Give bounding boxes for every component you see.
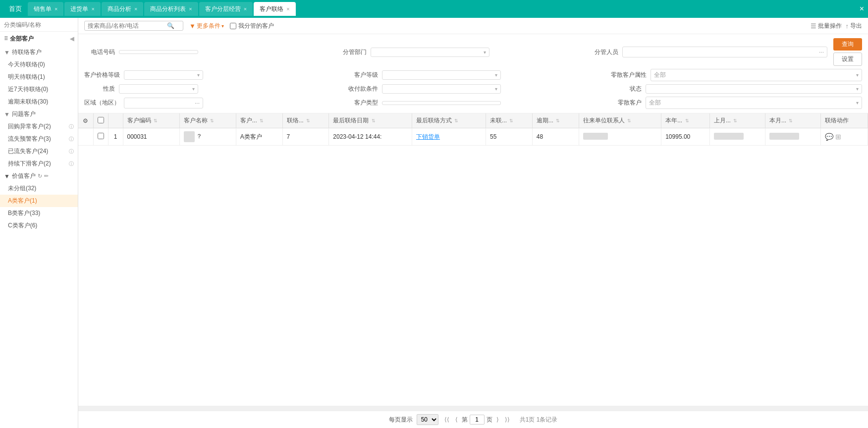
td-last-method[interactable]: 下销货单 (412, 128, 486, 146)
sort-this-year-icon[interactable]: ⇅ (685, 118, 689, 123)
all-customers-collapse-icon[interactable]: ◀ (70, 36, 74, 42)
sidebar-item-overdue[interactable]: 逾期未联络(30) (0, 96, 78, 108)
per-page-select[interactable]: 50 (417, 414, 438, 425)
filter-retail-attr-select[interactable]: 全部 ▾ (651, 69, 862, 81)
filter-price-level-select[interactable]: ▾ (124, 70, 203, 80)
table-area: ⚙ 客户编码 ⇅ 客户名称 ⇅ (78, 113, 868, 406)
filter-manager-select[interactable]: ··· (622, 47, 827, 57)
filter-manager: 分管人员 ··· (588, 47, 827, 57)
close-tab-customer-contact[interactable]: × (286, 6, 289, 12)
sort-last-method-icon[interactable]: ⇅ (454, 118, 458, 123)
last-page-btn[interactable]: ⟩⟩ (503, 416, 512, 423)
sidebar-all-customers[interactable]: ⠿ 全部客户 ◀ (0, 32, 78, 46)
filter-retail-select[interactable]: 全部 ▾ (646, 97, 862, 109)
sidebar-item-c-class[interactable]: C类客户(6) (0, 219, 78, 232)
filter-retail-attr-label: 零散客户属性 (611, 71, 651, 79)
sort-contact-icon[interactable]: ⇅ (306, 118, 310, 123)
nav-home[interactable]: 首页 (4, 4, 27, 13)
th-gear[interactable]: ⚙ (78, 113, 93, 128)
settings-btn[interactable]: 设置 (833, 53, 862, 66)
export-btn[interactable]: ↑ 导出 (846, 22, 863, 30)
tab-customer-contact[interactable]: 客户联络 × (254, 2, 295, 16)
close-tab-analysis[interactable]: × (134, 6, 137, 12)
value-group-arrow[interactable]: ▼ (4, 173, 10, 180)
sidebar-item-a-class[interactable]: A类客户(1) (0, 195, 78, 207)
sidebar-item-declining[interactable]: 持续下滑客户(2) ⓘ (0, 158, 78, 170)
filter-customer-type-select[interactable] (382, 101, 501, 105)
td-gear (78, 128, 93, 146)
filter-nature-select[interactable]: ▾ (119, 84, 198, 94)
filter-customer-level-select[interactable]: ▾ (382, 70, 501, 80)
sort-type-icon[interactable]: ⇅ (260, 118, 264, 123)
row-checkbox[interactable] (98, 133, 104, 139)
next-page-btn[interactable]: ⟩ (494, 416, 501, 423)
sidebar-item-b-class[interactable]: B类客户(33) (0, 207, 78, 219)
page-input[interactable] (470, 415, 485, 425)
tab-purchase[interactable]: 进货单 × (64, 2, 100, 16)
chat-icon[interactable]: 💬 (825, 133, 833, 141)
my-customer-checkbox[interactable] (230, 23, 236, 29)
table-select-all[interactable] (98, 117, 104, 123)
sidebar-item-lost[interactable]: 已流失客户(24) ⓘ (0, 145, 78, 158)
close-tab-sales[interactable]: × (54, 6, 57, 12)
sidebar-item-today[interactable]: 今天待联络(0) (0, 58, 78, 71)
sort-name-icon[interactable]: ⇅ (210, 118, 214, 123)
sidebar-item-7days[interactable]: 近7天待联络(0) (0, 83, 78, 96)
filter-dept-select[interactable]: ▾ (371, 48, 489, 57)
tab-sales[interactable]: 销售单 × (28, 2, 63, 16)
manager-select-dots[interactable]: ··· (819, 49, 824, 55)
close-tab-purchase[interactable]: × (91, 6, 94, 12)
sidebar-pending-group[interactable]: ▼ 待联络客户 (0, 46, 78, 58)
sidebar-problem-group[interactable]: ▼ 问题客户 (0, 108, 78, 120)
filter-customer-type: 客户类型 (347, 99, 598, 107)
th-unit-contact: 往来单位联系人 ⇅ (579, 113, 661, 128)
filter-phone-select[interactable] (119, 50, 198, 54)
sort-this-month-icon[interactable]: ⇅ (789, 118, 793, 123)
batch-btn[interactable]: ☰ 批量操作 (811, 22, 842, 30)
sidebar-item-loss-warning[interactable]: 流失预警客户(3) ⓘ (0, 133, 78, 145)
filter-icon: ▼ (189, 22, 196, 30)
tab-customer-segment[interactable]: 客户分层经营 × (199, 2, 253, 16)
filter-row-2: 客户价格等级 ▾ 客户等级 ▾ 零散客户属性 (84, 69, 862, 81)
grid-icon[interactable]: ⊞ (835, 133, 841, 141)
payment-chev: ▾ (495, 86, 497, 92)
sort-unit-contact-icon[interactable]: ⇅ (627, 118, 631, 123)
search-input[interactable] (88, 22, 167, 29)
export-icon: ↑ (846, 22, 849, 30)
filter-region-select[interactable]: ··· (124, 98, 203, 108)
region-dots[interactable]: ··· (195, 100, 200, 107)
table-header-row: ⚙ 客户编码 ⇅ 客户名称 ⇅ (78, 113, 868, 128)
filter-more-btn[interactable]: ▼ 更多条件 ▾ (189, 22, 224, 30)
sort-pending-icon[interactable]: ⇅ (509, 118, 513, 123)
horizontal-scrollbar[interactable] (78, 406, 868, 411)
query-btn[interactable]: 查询 (833, 38, 862, 51)
pending-group-arrow: ▼ (4, 49, 10, 56)
sidebar-item-repurchase-abnormal[interactable]: 回购异常客户(2) ⓘ (0, 120, 78, 133)
close-tab-customer-segment[interactable]: × (244, 6, 247, 12)
info-icon-loss-warning: ⓘ (69, 136, 74, 143)
th-pending: 未联... ⇅ (486, 113, 533, 128)
sidebar-item-tomorrow[interactable]: 明天待联络(1) (0, 71, 78, 83)
filter-phone: 电话号码 (84, 48, 324, 56)
window-close-btn[interactable]: × (860, 4, 864, 13)
close-tab-analysis-list[interactable]: × (189, 6, 192, 12)
sort-code-icon[interactable]: ⇅ (154, 118, 158, 123)
filter-status-select[interactable]: ▾ (646, 84, 862, 94)
search-icon[interactable]: 🔍 (167, 22, 174, 29)
sidebar-search-input[interactable] (4, 21, 78, 28)
first-page-btn[interactable]: ⟨⟨ (442, 416, 451, 423)
sidebar-item-ungrouped[interactable]: 未分组(32) (0, 182, 78, 195)
sort-overdue-icon[interactable]: ⇅ (556, 118, 560, 123)
value-group-edit-icon[interactable]: ✏ (44, 173, 49, 179)
filter-payment-select[interactable]: ▾ (382, 84, 501, 94)
th-num (108, 113, 123, 128)
th-last-date: 最后联络日期 ⇅ (329, 113, 412, 128)
tab-analysis[interactable]: 商品分析 × (102, 2, 143, 16)
tab-analysis-list[interactable]: 商品分析列表 × (144, 2, 198, 16)
value-group-refresh-icon[interactable]: ↻ (38, 173, 42, 179)
prev-page-btn[interactable]: ⟨ (453, 416, 460, 423)
sort-last-month-icon[interactable]: ⇅ (733, 118, 737, 123)
th-contact: 联络... ⇅ (282, 113, 329, 128)
sort-last-date-icon[interactable]: ⇅ (372, 118, 376, 123)
td-pending: 55 (486, 128, 533, 146)
